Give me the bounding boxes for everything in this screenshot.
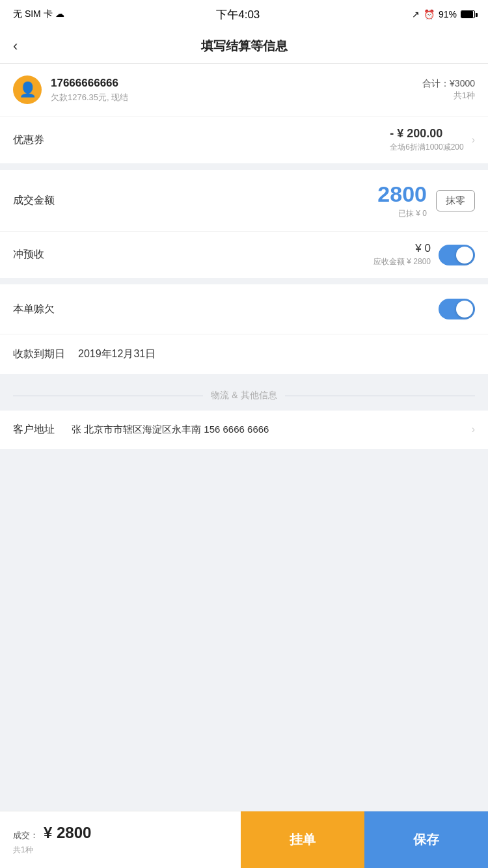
battery-icon — [461, 10, 475, 18]
prepay-toggle[interactable] — [439, 245, 475, 265]
prepay-sub: 应收金额 ¥ 2800 — [373, 256, 431, 267]
status-left: 无 SIM 卡 ☁ — [13, 8, 64, 20]
avatar-icon: 👤 — [19, 81, 36, 98]
deal-right: 2800 已抹 ¥ 0 抹零 — [377, 182, 475, 219]
customer-row: 👤 17666666666 欠款1276.35元, 现结 合计：¥3000 共1… — [0, 64, 488, 116]
customer-info: 17666666666 欠款1276.35元, 现结 — [51, 77, 128, 103]
address-label: 客户地址 — [13, 423, 65, 437]
address-value: 张 北京市市辖区海淀区永丰南 156 6666 6666 — [72, 422, 463, 437]
location-icon: ↗ — [412, 9, 420, 20]
total-label: 合计：¥3000 — [422, 78, 475, 90]
save-button[interactable]: 保存 — [364, 811, 488, 868]
customer-left: 👤 17666666666 欠款1276.35元, 现结 — [13, 75, 128, 104]
total-count: 共1种 — [422, 90, 475, 102]
content: 👤 17666666666 欠款1276.35元, 现结 合计：¥3000 共1… — [0, 64, 488, 514]
debt-label: 本单赊欠 — [13, 303, 55, 316]
address-row[interactable]: 客户地址 张 北京市市辖区海淀区永丰南 156 6666 6666 › — [0, 411, 488, 449]
bottom-deal-row: 成交： ¥ 2800 — [13, 824, 228, 842]
bottom-deal-amount: ¥ 2800 — [44, 824, 91, 842]
logistics-separator: 物流 & 其他信息 — [0, 381, 488, 411]
status-time: 下午4:03 — [216, 7, 260, 22]
deal-amount: 2800 — [377, 182, 427, 207]
customer-debt: 欠款1276.35元, 现结 — [51, 92, 128, 103]
no-sim-text: 无 SIM 卡 ☁ — [13, 8, 64, 20]
due-date-value: 2019年12月31日 — [78, 347, 156, 361]
chevron-right-icon: › — [472, 134, 475, 146]
prepay-label: 冲预收 — [13, 248, 44, 262]
bottom-summary: 成交： ¥ 2800 共1种 — [0, 824, 241, 856]
avatar: 👤 — [13, 75, 42, 104]
customer-card: 👤 17666666666 欠款1276.35元, 现结 合计：¥3000 共1… — [0, 64, 488, 163]
coupon-discount: - ¥ 200.00 — [390, 127, 463, 141]
bottom-deal-label: 成交： — [13, 830, 38, 841]
battery-text: 91% — [439, 9, 457, 20]
page-title: 填写结算等信息 — [201, 38, 288, 55]
status-bar: 无 SIM 卡 ☁ 下午4:03 ↗ ⏰ 91% — [0, 0, 488, 29]
sep-line-right — [285, 396, 475, 396]
customer-right: 合计：¥3000 共1种 — [422, 78, 475, 102]
debt-row: 本单赊欠 — [0, 284, 488, 334]
logistics-text: 物流 & 其他信息 — [211, 390, 277, 401]
debt-toggle[interactable] — [439, 299, 475, 319]
coupon-right: - ¥ 200.00 全场6折满1000减200 › — [390, 127, 475, 153]
hold-button[interactable]: 挂单 — [241, 811, 364, 868]
deal-row: 成交金额 2800 已抹 ¥ 0 抹零 — [0, 170, 488, 232]
bottom-bar: 成交： ¥ 2800 共1种 挂单 保存 — [0, 811, 488, 868]
debt-section: 本单赊欠 收款到期日 2019年12月31日 — [0, 284, 488, 374]
deal-section: 成交金额 2800 已抹 ¥ 0 抹零 冲预收 ¥ 0 应收金额 ¥ 2800 — [0, 170, 488, 278]
bottom-count: 共1种 — [13, 845, 228, 856]
address-chevron-icon: › — [472, 424, 475, 435]
address-section: 客户地址 张 北京市市辖区海淀区永丰南 156 6666 6666 › — [0, 411, 488, 449]
coupon-row[interactable]: 优惠券 - ¥ 200.00 全场6折满1000减200 › — [0, 116, 488, 163]
round-button[interactable]: 抹零 — [436, 190, 475, 211]
bottom-actions: 挂单 保存 — [241, 811, 488, 868]
status-right: ↗ ⏰ 91% — [412, 9, 475, 20]
deal-sub: 已抹 ¥ 0 — [377, 208, 427, 219]
due-date-row: 收款到期日 2019年12月31日 — [0, 334, 488, 374]
coupon-desc: 全场6折满1000减200 — [390, 142, 463, 153]
prepay-right: ¥ 0 应收金额 ¥ 2800 — [373, 242, 475, 267]
alarm-icon: ⏰ — [424, 9, 435, 20]
prepay-amount-block: ¥ 0 应收金额 ¥ 2800 — [373, 242, 431, 267]
prepay-amount: ¥ 0 — [373, 242, 431, 255]
sep-line-left — [13, 396, 203, 396]
due-date-label: 收款到期日 — [13, 347, 65, 361]
deal-label: 成交金额 — [13, 194, 55, 208]
nav-bar: ‹ 填写结算等信息 — [0, 29, 488, 64]
coupon-label: 优惠券 — [13, 133, 44, 147]
back-button[interactable]: ‹ — [13, 38, 18, 55]
prepay-row: 冲预收 ¥ 0 应收金额 ¥ 2800 — [0, 232, 488, 278]
customer-phone: 17666666666 — [51, 77, 128, 90]
